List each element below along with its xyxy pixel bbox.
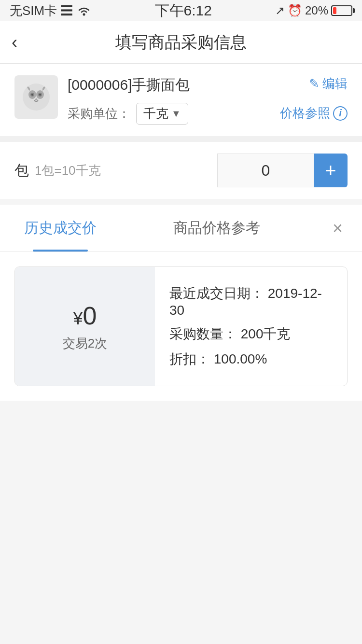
tab-price-ref[interactable]: 商品价格参考	[164, 205, 270, 252]
unit-dropdown[interactable]: 千克 ▼	[136, 103, 188, 125]
tabs-header: 历史成交价 商品价格参考 ×	[0, 205, 362, 252]
product-thumbnail	[14, 75, 58, 119]
unit-label: 包 1包=10千克	[14, 161, 101, 181]
history-price-card: ¥0 交易2次 最近成交日期： 2019-12-30 采购数量： 200千克 折…	[14, 266, 348, 386]
dropdown-arrow-icon: ▼	[171, 108, 181, 119]
purchase-unit-label: 采购单位：	[68, 105, 130, 122]
price-value: ¥0	[73, 301, 97, 330]
product-card: [0000006]手撕面包 采购单位： 千克 ▼ ✎ 编辑 价格参照 i	[0, 64, 362, 136]
status-time: 下午6:12	[155, 1, 212, 21]
edit-button[interactable]: ✎ 编辑	[309, 75, 348, 92]
info-icon: i	[333, 106, 348, 121]
quantity-section: 包 1包=10千克 0 +	[0, 136, 362, 199]
price-ref-button[interactable]: 价格参照 i	[280, 105, 348, 122]
discount-value: 100.00%	[214, 351, 267, 366]
unit-value: 千克	[143, 105, 168, 122]
history-price-right: 最近成交日期： 2019-12-30 采购数量： 200千克 折扣： 100.0…	[155, 267, 347, 386]
status-bar: 无SIM卡 ☰ 下午6:12 ↗ ⏰ 20%	[0, 0, 362, 21]
recent-date-row: 最近成交日期： 2019-12-30	[169, 284, 333, 318]
price-number: 0	[83, 302, 97, 330]
trade-count: 交易2次	[63, 335, 107, 352]
wifi-icon	[77, 5, 91, 16]
status-right: ↗ ⏰ 20%	[275, 4, 352, 17]
purchase-unit-row: 采购单位： 千克 ▼	[68, 103, 190, 125]
purchase-qty-row: 采购数量： 200千克	[169, 325, 333, 343]
product-owl-icon	[19, 80, 53, 114]
discount-row: 折扣： 100.00%	[169, 350, 333, 368]
battery-icon	[331, 5, 352, 16]
location-icon: ↗	[275, 4, 285, 17]
quantity-plus-button[interactable]: +	[314, 154, 348, 187]
svg-point-1	[23, 84, 50, 111]
quantity-input-group: 0 +	[217, 154, 348, 187]
product-name: [0000006]手撕面包	[68, 75, 190, 95]
purchase-qty-label: 采购数量：	[169, 326, 237, 341]
discount-label: 折扣：	[169, 351, 210, 366]
unit-conversion-label: 1包=10千克	[35, 162, 101, 179]
back-button[interactable]: ‹	[12, 32, 17, 53]
price-ref-label: 价格参照	[280, 105, 330, 122]
price-currency: ¥	[73, 308, 83, 328]
tab-close-button[interactable]: ×	[328, 213, 348, 243]
svg-point-6	[31, 94, 33, 96]
carrier-text: 无SIM卡 ☰	[10, 2, 73, 19]
nav-bar: ‹ 填写商品采购信息	[0, 21, 362, 64]
tab-history-price[interactable]: 历史成交价	[14, 205, 106, 252]
unit-icon-label: 包	[14, 161, 29, 181]
svg-point-0	[83, 14, 85, 16]
tabs-section: 历史成交价 商品价格参考 × ¥0 交易2次 最近成交日期： 2019-12-3…	[0, 205, 362, 401]
quantity-input[interactable]: 0	[217, 154, 314, 187]
battery-text: 20%	[305, 4, 328, 17]
edit-icon: ✎	[309, 76, 320, 91]
history-price-left: ¥0 交易2次	[15, 267, 155, 386]
svg-point-7	[39, 94, 41, 96]
alarm-icon: ⏰	[288, 4, 302, 17]
status-left: 无SIM卡 ☰	[10, 2, 91, 19]
purchase-qty-value: 200千克	[241, 326, 291, 341]
page-title: 填写商品采购信息	[115, 31, 247, 54]
tab-content: ¥0 交易2次 最近成交日期： 2019-12-30 采购数量： 200千克 折…	[0, 252, 362, 401]
recent-date-label: 最近成交日期：	[169, 286, 264, 301]
